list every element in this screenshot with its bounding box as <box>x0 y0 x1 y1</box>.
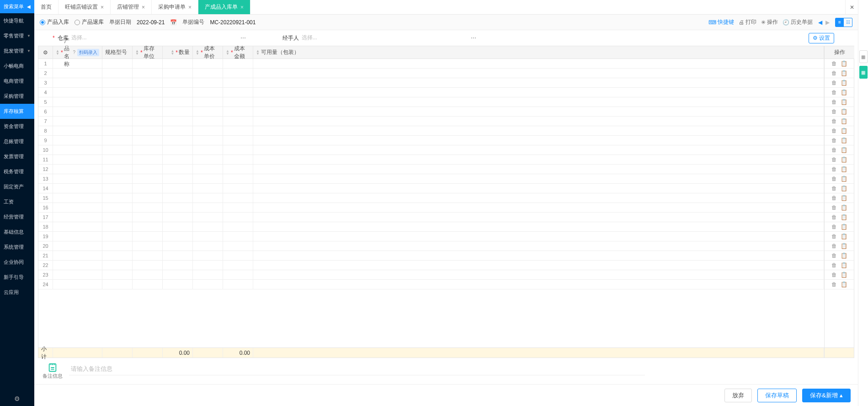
sidebar-item[interactable]: 零售管理▼ <box>0 28 34 43</box>
table-row[interactable]: 23 <box>38 270 824 280</box>
delete-row-icon[interactable]: 🗑 <box>831 99 837 105</box>
rail-button-1[interactable]: ▦ <box>859 50 868 63</box>
table-row[interactable]: 14 <box>38 184 824 193</box>
discard-button[interactable]: 放弃 <box>724 389 752 402</box>
sidebar-item[interactable]: 库存核算 <box>0 104 34 119</box>
delete-row-icon[interactable]: 🗑 <box>831 281 837 288</box>
sidebar-item[interactable]: 基础信息 <box>0 224 34 240</box>
copy-row-icon[interactable]: 📋 <box>841 224 847 230</box>
copy-row-icon[interactable]: 📋 <box>841 185 847 192</box>
help-icon[interactable]: ? <box>73 50 75 55</box>
copy-row-icon[interactable]: 📋 <box>841 204 847 211</box>
calendar-icon[interactable]: 📅 <box>170 19 177 26</box>
sidebar-item[interactable]: 新手引导 <box>0 270 34 285</box>
delete-row-icon[interactable]: 🗑 <box>831 176 837 182</box>
table-row[interactable]: 11 <box>38 155 824 165</box>
table-row[interactable]: 18 <box>38 222 824 232</box>
delete-row-icon[interactable]: 🗑 <box>831 118 837 124</box>
sidebar-item[interactable]: 企业协同 <box>0 255 34 270</box>
copy-row-icon[interactable]: 📋 <box>841 252 847 259</box>
scan-badge[interactable]: 扫码录入 <box>77 49 99 56</box>
copy-row-icon[interactable]: 📋 <box>841 176 847 182</box>
sidebar-item[interactable]: 电商管理 <box>0 74 34 89</box>
table-row[interactable]: 19 <box>38 232 824 241</box>
table-row[interactable]: 17 <box>38 213 824 222</box>
delete-row-icon[interactable]: 🗑 <box>831 137 837 144</box>
delete-row-icon[interactable]: 🗑 <box>831 233 837 240</box>
col-unit[interactable]: ▲▼*库存单位 <box>133 46 163 59</box>
sidebar-item[interactable]: 工资 <box>0 194 34 209</box>
copy-row-icon[interactable]: 📋 <box>841 128 847 134</box>
copy-row-icon[interactable]: 📋 <box>841 60 847 67</box>
table-row[interactable]: 1 <box>38 59 824 69</box>
col-qty[interactable]: ▲▼*数量 <box>163 46 193 59</box>
sidebar-search[interactable]: 搜索菜单 ◀ <box>0 0 34 13</box>
print-link[interactable]: 🖨 打印 <box>739 18 756 26</box>
table-row[interactable]: 12 <box>38 165 824 174</box>
copy-row-icon[interactable]: 📋 <box>841 233 847 240</box>
close-all-tabs-icon[interactable]: ✕ <box>845 0 858 14</box>
col-product-name[interactable]: ▲▼*产品名称?扫码录入 <box>53 46 102 59</box>
prev-record-icon[interactable]: ◀ <box>817 19 823 26</box>
col-price[interactable]: ▲▼*成本单价 <box>193 46 223 59</box>
history-link[interactable]: 🕘 历史单据 <box>783 18 813 26</box>
copy-row-icon[interactable]: 📋 <box>841 118 847 124</box>
col-gear[interactable]: ⚙ <box>38 46 53 59</box>
sidebar-item[interactable]: 小畅电商 <box>0 59 34 74</box>
sidebar-item[interactable]: 云应用 <box>0 285 34 300</box>
radio-product-in[interactable]: 产品入库 <box>40 18 69 26</box>
table-row[interactable]: 24 <box>38 280 824 289</box>
table-row[interactable]: 22 <box>38 261 824 270</box>
delete-row-icon[interactable]: 🗑 <box>831 252 837 259</box>
close-icon[interactable]: × <box>188 4 192 11</box>
table-row[interactable]: 10 <box>38 145 824 155</box>
delete-row-icon[interactable]: 🗑 <box>831 147 837 153</box>
tab[interactable]: 产成品入库单× <box>198 0 250 14</box>
view-card-icon[interactable]: ☷ <box>844 18 852 27</box>
copy-row-icon[interactable]: 📋 <box>841 147 847 153</box>
copy-row-icon[interactable]: 📋 <box>841 80 847 86</box>
close-icon[interactable]: × <box>101 4 104 11</box>
delete-row-icon[interactable]: 🗑 <box>831 272 837 278</box>
copy-row-icon[interactable]: 📋 <box>841 166 847 172</box>
settings-gear-icon[interactable]: ⚙ <box>0 391 34 406</box>
table-row[interactable]: 20 <box>38 241 824 251</box>
tab[interactable]: 旺铺店铺设置× <box>59 0 111 14</box>
table-row[interactable]: 9 <box>38 136 824 145</box>
tab[interactable]: 采购申请单× <box>152 0 198 14</box>
close-icon[interactable]: × <box>240 4 244 11</box>
delete-row-icon[interactable]: 🗑 <box>831 224 837 230</box>
tab[interactable]: 店铺管理× <box>111 0 152 14</box>
tab[interactable]: 首页 <box>34 0 59 14</box>
delete-row-icon[interactable]: 🗑 <box>831 108 837 115</box>
rail-button-2[interactable]: ▦ <box>859 66 868 79</box>
table-row[interactable]: 3 <box>38 78 824 88</box>
next-record-icon[interactable]: ▶ <box>825 19 831 26</box>
copy-row-icon[interactable]: 📋 <box>841 262 847 268</box>
handler-select[interactable]: 选择... <box>302 34 466 42</box>
copy-row-icon[interactable]: 📋 <box>841 99 847 105</box>
copy-row-icon[interactable]: 📋 <box>841 108 847 115</box>
table-row[interactable]: 21 <box>38 251 824 261</box>
table-row[interactable]: 7 <box>38 117 824 126</box>
delete-row-icon[interactable]: 🗑 <box>831 262 837 268</box>
col-spec[interactable]: 规格型号 <box>102 46 133 59</box>
table-row[interactable]: 4 <box>38 88 824 97</box>
col-amount[interactable]: ▲▼*成本金额 <box>223 46 253 59</box>
table-row[interactable]: 5 <box>38 97 824 107</box>
delete-row-icon[interactable]: 🗑 <box>831 70 837 76</box>
delete-row-icon[interactable]: 🗑 <box>831 204 837 211</box>
delete-row-icon[interactable]: 🗑 <box>831 195 837 201</box>
shortcut-link[interactable]: ⌨ 快捷键 <box>708 18 734 26</box>
radio-product-out[interactable]: 产品退库 <box>75 18 104 26</box>
warehouse-select[interactable]: 选择... <box>71 34 236 42</box>
copy-row-icon[interactable]: 📋 <box>841 156 847 163</box>
sidebar-item[interactable]: 采购管理 <box>0 89 34 104</box>
sidebar-item[interactable]: 总账管理 <box>0 134 34 149</box>
copy-row-icon[interactable]: 📋 <box>841 89 847 96</box>
sidebar-item[interactable]: 系统管理 <box>0 240 34 255</box>
sidebar-item[interactable]: 发票管理 <box>0 149 34 164</box>
sidebar-item[interactable]: 税务管理 <box>0 164 34 179</box>
delete-row-icon[interactable]: 🗑 <box>831 156 837 163</box>
copy-row-icon[interactable]: 📋 <box>841 281 847 288</box>
